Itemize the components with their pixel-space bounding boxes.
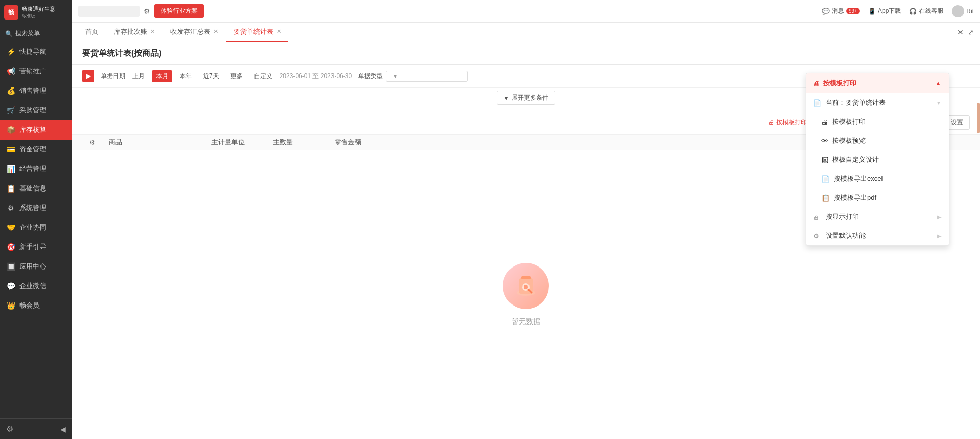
template-preview-label: 按模板预览 <box>832 136 866 145</box>
bill-type-label: 单据类型 <box>358 72 383 81</box>
template-print-item[interactable]: 🖨 按模板打印 <box>806 112 949 131</box>
sidebar-search-label: 搜索菜单 <box>15 29 40 38</box>
marketing-icon: 📢 <box>6 67 15 75</box>
sidebar-item-label: 企业微信 <box>19 281 46 291</box>
date-btn-prev[interactable]: 上月 <box>128 70 149 82</box>
template-design-label: 模板自定义设计 <box>832 155 879 164</box>
display-print-arrow: ▶ <box>937 214 942 220</box>
sidebar-item-label: 快捷导航 <box>19 47 46 56</box>
tab-batch-account-close[interactable]: ✕ <box>150 28 155 35</box>
window-close-btn[interactable]: ✕ <box>957 28 964 36</box>
sidebar-item-member[interactable]: 👑 畅会员 <box>0 296 72 315</box>
sidebar-item-marketing[interactable]: 📢 营销推广 <box>0 62 72 81</box>
template-design-icon: 🖼 <box>821 156 828 164</box>
sidebar-item-operations[interactable]: 📊 经营管理 <box>0 159 72 179</box>
current-template-item[interactable]: 📄 当前：要货单统计表 ▼ <box>806 93 949 112</box>
sidebar-item-label: 基础信息 <box>19 184 46 193</box>
date-filter-label: 单据日期 <box>101 72 125 81</box>
bill-type-group: 单据类型 ▼ <box>358 71 468 82</box>
filter-collapse-btn[interactable]: ▶ <box>82 70 94 82</box>
dropdown-close-arrow[interactable]: ▲ <box>935 80 942 87</box>
sales-icon: 💰 <box>6 87 15 95</box>
basic-icon: 📋 <box>6 184 15 193</box>
sidebar-item-purchase[interactable]: 🛒 采购管理 <box>0 101 72 120</box>
sidebar-item-label: 应用中心 <box>19 262 46 271</box>
display-print-icon: 🖨 <box>813 213 821 221</box>
user-name: Rit <box>966 8 974 15</box>
online-service-label: 在线客服 <box>919 7 944 15</box>
template-preview-icon: 👁 <box>821 137 828 145</box>
display-print-item[interactable]: 🖨 按显示打印 ▶ <box>806 207 949 226</box>
tab-home[interactable]: 首页 <box>78 23 106 42</box>
page-title: 要货单统计表(按商品) <box>82 48 970 59</box>
export-excel-item[interactable]: 📄 按模板导出excel <box>806 169 949 188</box>
sidebar-item-finance[interactable]: 💳 资金管理 <box>0 140 72 159</box>
sidebar-item-label: 新手引导 <box>19 242 46 252</box>
sidebar-item-wechat[interactable]: 💬 企业微信 <box>0 276 72 296</box>
template-design-item[interactable]: 🖼 模板自定义设计 <box>806 150 949 169</box>
enterprise-icon: 🤝 <box>6 223 15 232</box>
collapse-icon[interactable]: ◀ <box>60 425 66 433</box>
sidebar-item-sales[interactable]: 💰 销售管理 <box>0 81 72 101</box>
sidebar-item-newbie[interactable]: 🎯 新手引导 <box>0 237 72 257</box>
sidebar-item-basic[interactable]: 📋 基础信息 <box>0 179 72 198</box>
message-badge: 99+ <box>846 8 860 14</box>
export-excel-icon: 📄 <box>821 175 830 183</box>
user-avatar[interactable]: Rit <box>952 5 974 17</box>
sidebar-item-inventory[interactable]: 📦 库存核算 <box>0 120 72 140</box>
sidebar-item-appstore[interactable]: 🔲 应用中心 <box>0 257 72 276</box>
logo-badge: 标准版 <box>22 13 55 20</box>
tab-order-stats[interactable]: 要货单统计表 ✕ <box>226 23 288 42</box>
message-label: 消息 <box>832 7 844 15</box>
logo-name: 畅康通好生意 <box>22 5 55 12</box>
window-expand-btn[interactable]: ⤢ <box>968 28 974 36</box>
operations-icon: 📊 <box>6 165 15 173</box>
export-pdf-label: 按模板导出pdf <box>834 193 876 202</box>
date-btn-more[interactable]: 更多 <box>226 70 247 82</box>
date-btn-last7[interactable]: 近7天 <box>199 70 223 82</box>
bill-type-select[interactable]: ▼ <box>386 71 468 82</box>
tabs-bar: 首页 库存批次账 ✕ 收发存汇总表 ✕ 要货单统计表 ✕ ✕ ⤢ <box>72 23 980 42</box>
sidebar: 畅 畅康通好生意 标准版 🔍 搜索菜单 ⚡ 快捷导航 📢 营销推广 💰 销售管理… <box>0 0 72 439</box>
app-download-label: App下载 <box>878 7 901 15</box>
online-service-btn[interactable]: 🎧 在线客服 <box>909 7 944 15</box>
export-pdf-item[interactable]: 📋 按模板导出pdf <box>806 188 949 207</box>
search-input[interactable] <box>78 6 140 17</box>
date-btn-custom[interactable]: 自定义 <box>250 70 277 82</box>
tab-collection-close[interactable]: ✕ <box>213 28 218 35</box>
th-settings[interactable]: ⚙ <box>82 136 103 149</box>
tab-batch-account[interactable]: 库存批次账 ✕ <box>107 23 162 42</box>
current-template-icon: 📄 <box>813 99 821 107</box>
quick-nav-icon: ⚡ <box>6 48 15 56</box>
app-download-btn[interactable]: 📱 App下载 <box>868 7 901 15</box>
template-preview-item[interactable]: 👁 按模板预览 <box>806 131 949 150</box>
sidebar-logo: 畅 畅康通好生意 标准版 <box>0 0 72 25</box>
logo-icon: 畅 <box>4 5 18 20</box>
tab-collection-summary[interactable]: 收发存汇总表 ✕ <box>163 23 225 42</box>
sidebar-item-enterprise[interactable]: 🤝 企业协同 <box>0 218 72 237</box>
template-print-icon: 🖨 <box>821 118 828 126</box>
date-btn-year[interactable]: 本年 <box>175 70 196 82</box>
settings-icon[interactable]: ⚙ <box>6 424 13 434</box>
right-scrollbar[interactable] <box>977 103 980 133</box>
experience-btn[interactable]: 体验行业方案 <box>154 4 204 18</box>
date-range-display: 2023-06-01 至 2023-06-30 <box>280 72 352 81</box>
sidebar-item-quick-nav[interactable]: ⚡ 快捷导航 <box>0 42 72 62</box>
sidebar-item-system[interactable]: ⚙ 系统管理 <box>0 198 72 218</box>
sidebar-item-label: 营销推广 <box>19 67 46 76</box>
tab-order-stats-close[interactable]: ✕ <box>277 28 281 35</box>
th-qty: 主数量 <box>267 135 328 150</box>
sidebar-search[interactable]: 🔍 搜索菜单 <box>0 25 72 42</box>
th-unit: 主计量单位 <box>205 135 267 150</box>
set-default-item[interactable]: ⚙ 设置默认功能 ▶ <box>806 226 949 245</box>
expand-more-btn[interactable]: ▼ 展开更多条件 <box>497 91 555 105</box>
inventory-icon: 📦 <box>6 126 15 134</box>
date-btn-current[interactable]: 本月 <box>152 70 172 82</box>
expand-label: 展开更多条件 <box>512 93 548 102</box>
message-btn[interactable]: 💬 消息 99+ <box>822 7 860 15</box>
date-filter-group: 单据日期 上月 本月 本年 近7天 更多 自定义 2023-06-01 至 20… <box>101 70 352 82</box>
appstore-icon: 🔲 <box>6 262 15 271</box>
dropdown-header: 🖨 按模板打印 ▲ <box>806 73 949 93</box>
svg-point-4 <box>524 285 528 289</box>
gear-icon[interactable]: ⚙ <box>144 7 150 15</box>
